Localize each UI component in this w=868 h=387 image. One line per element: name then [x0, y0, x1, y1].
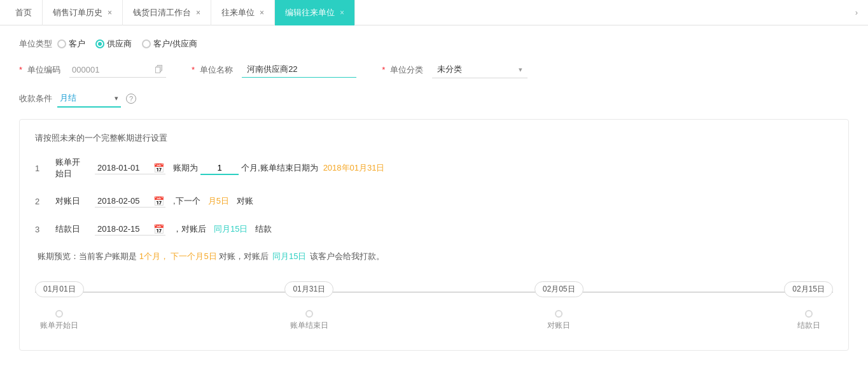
tab-more-arrow[interactable]: ›: [850, 8, 863, 17]
code-icon[interactable]: 🗍: [152, 64, 166, 74]
node-sub-1: 账单开始日: [40, 320, 78, 331]
name-required-star: *: [192, 65, 195, 74]
node-dot-3: [555, 310, 563, 318]
preview-middle: 对账，对账后: [219, 251, 269, 261]
close-cash-work-icon[interactable]: ×: [196, 8, 200, 17]
tab-sales-history-label: 销售订单历史: [53, 7, 102, 18]
row-num-1: 1: [35, 164, 48, 173]
unit-code-group: * 单位编码 🗍: [19, 62, 166, 78]
tab-home[interactable]: 首页: [5, 0, 43, 25]
tab-cash-work-label: 钱货日清工作台: [133, 7, 191, 18]
setting-row-1: 1 账单开始日 📅 账期为 个月,账单结束日期为 2018年01月31日: [35, 157, 833, 179]
payment-select[interactable]: 月结 ▾: [57, 90, 121, 108]
unit-code-field: 🗍: [69, 62, 166, 78]
period-end-date: 2018年01月31日: [323, 162, 385, 174]
close-units-icon[interactable]: ×: [260, 8, 264, 17]
radio-customer-label: 客户: [69, 38, 85, 50]
preview-part2: 下一个月5日: [171, 251, 216, 261]
row-type-1: 账单开始日: [55, 157, 87, 179]
card-instruction: 请按照未来的一个完整帐期进行设置: [35, 132, 833, 144]
category-required-star: *: [382, 65, 385, 74]
settings-card: 请按照未来的一个完整帐期进行设置 1 账单开始日 📅 账期为 个月,账单结束日期…: [19, 119, 849, 351]
preview-part3: 同月15日: [272, 251, 306, 261]
timeline-nodes: 01月01日 账单开始日 01月31日 账单结束日 02月05日 对账日: [35, 281, 833, 331]
payment-label: 收款条件: [19, 93, 52, 104]
tab-cash-work[interactable]: 钱货日清工作台 ×: [123, 0, 211, 25]
date-wrap-3: 📅: [95, 223, 165, 236]
unit-category-value: 未分类: [437, 64, 516, 75]
row3-suffix: 结款: [255, 223, 272, 235]
period-wrap: 账期为 个月,账单结束日期为 2018年01月31日: [173, 162, 384, 175]
timeline-node-1: 01月01日 账单开始日: [35, 281, 84, 331]
unit-code-label: 单位编码: [27, 64, 60, 76]
unit-name-label: 单位名称: [200, 64, 233, 76]
date-wrap-1: 📅: [95, 162, 165, 174]
help-icon[interactable]: ?: [126, 94, 136, 104]
period-value-input[interactable]: [200, 162, 239, 175]
preview-suffix: 该客户会给我打款。: [310, 251, 384, 261]
preview-text: 账期预览：当前客户账期是 1个月， 下一个月5日 对账，对账后 同月15日 该客…: [35, 251, 833, 262]
unit-category-group: * 单位分类 未分类 ▾: [382, 61, 528, 78]
node-label-box-3: 02月05日: [535, 281, 584, 297]
tab-edit-units[interactable]: 编辑往来单位 ×: [275, 0, 355, 25]
tab-units-label: 往来单位: [221, 7, 255, 18]
date-input-3[interactable]: [95, 223, 152, 235]
date-input-1[interactable]: [95, 162, 152, 174]
row3-highlight: 同月15日: [214, 223, 248, 235]
main-content: 单位类型 客户 供应商 客户/供应商 * 单位编码 🗍: [0, 25, 868, 387]
date-wrap-2: 📅: [95, 195, 165, 208]
payment-value: 月结: [60, 92, 115, 104]
row2-highlight: 月5日: [208, 195, 229, 207]
row3-desc-prefix: ，对账后: [173, 223, 206, 235]
period-unit: 个月,账单结束日期为: [241, 162, 318, 174]
row-type-3: 结款日: [55, 223, 87, 235]
row-num-3: 3: [35, 225, 48, 234]
period-prefix: 账期为: [173, 162, 198, 174]
node-sub-4: 结款日: [797, 320, 820, 331]
tab-units[interactable]: 往来单位 ×: [211, 0, 275, 25]
tab-bar: 首页 销售订单历史 × 钱货日清工作台 × 往来单位 × 编辑往来单位 × ›: [0, 0, 868, 25]
preview-prefix: 账期预览：当前客户账期是: [38, 251, 137, 261]
node-label-box-2: 01月31日: [284, 281, 333, 297]
radio-supplier-label: 供应商: [107, 38, 132, 50]
code-name-category-row: * 单位编码 🗍 * 单位名称 * 单位分类 未分类 ▾: [19, 61, 849, 78]
close-edit-units-icon[interactable]: ×: [340, 8, 344, 17]
radio-both[interactable]: 客户/供应商: [142, 38, 197, 50]
unit-type-label: 单位类型: [19, 38, 52, 50]
radio-both-circle: [142, 39, 151, 48]
node-label-box-1: 01月01日: [35, 281, 84, 297]
timeline: 01月01日 账单开始日 01月31日 账单结束日 02月05日 对账日: [35, 275, 833, 337]
category-arrow-icon: ▾: [519, 66, 522, 74]
radio-both-label: 客户/供应商: [153, 38, 197, 50]
radio-customer[interactable]: 客户: [57, 38, 85, 50]
node-sub-3: 对账日: [547, 320, 570, 331]
close-sales-history-icon[interactable]: ×: [108, 8, 112, 17]
row2-suffix: 对账: [237, 195, 253, 207]
unit-code-input[interactable]: [69, 62, 152, 77]
timeline-node-2: 01月31日 账单结束日: [284, 281, 333, 331]
node-label-box-4: 02月15日: [784, 281, 833, 297]
date-input-2[interactable]: [95, 195, 152, 207]
tab-sales-history[interactable]: 销售订单历史 ×: [43, 0, 123, 25]
preview-part1: 1个月，: [139, 251, 169, 261]
setting-row-2: 2 对账日 📅 ,下一个 月5日 对账: [35, 195, 833, 208]
timeline-node-3: 02月05日 对账日: [535, 281, 584, 331]
node-dot-1: [55, 310, 63, 318]
payment-row: 收款条件 月结 ▾ ?: [19, 90, 849, 108]
code-required-star: *: [19, 65, 22, 74]
unit-name-group: * 单位名称: [192, 62, 356, 78]
cal-icon-1[interactable]: 📅: [152, 163, 165, 173]
setting-row-3: 3 结款日 📅 ，对账后 同月15日 结款: [35, 223, 833, 236]
radio-supplier[interactable]: 供应商: [95, 38, 132, 50]
node-sub-2: 账单结束日: [290, 320, 328, 331]
tab-edit-units-label: 编辑往来单位: [285, 7, 335, 18]
row-type-2: 对账日: [55, 195, 87, 207]
cal-icon-3[interactable]: 📅: [152, 224, 165, 234]
unit-type-radio-group: 客户 供应商 客户/供应商: [57, 38, 197, 50]
cal-icon-2[interactable]: 📅: [152, 196, 165, 206]
node-dot-4: [805, 310, 813, 318]
unit-type-row: 单位类型 客户 供应商 客户/供应商: [19, 38, 849, 50]
unit-category-label: 单位分类: [390, 64, 423, 76]
unit-category-select[interactable]: 未分类 ▾: [432, 61, 528, 78]
unit-name-input[interactable]: [242, 62, 356, 78]
